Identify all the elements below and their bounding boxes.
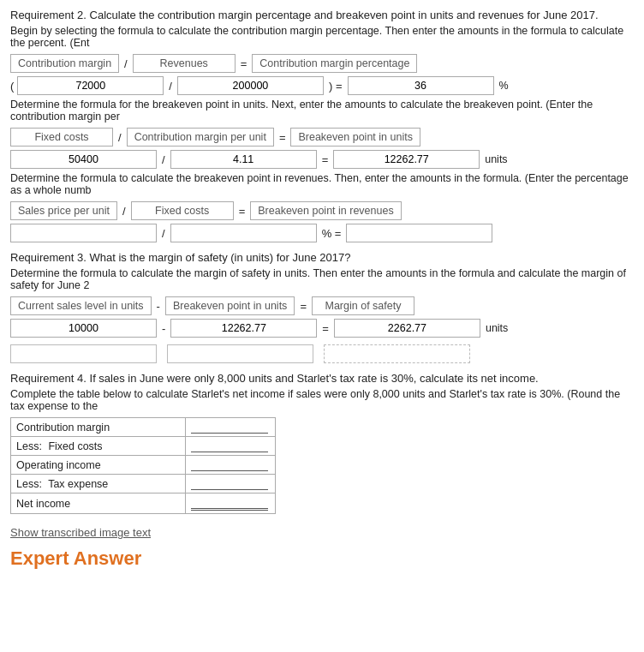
req3-blank3[interactable]	[324, 344, 470, 363]
req3-formula-values: - = units	[10, 319, 634, 338]
row0-value[interactable]	[191, 421, 268, 434]
formula3-result[interactable]	[346, 224, 492, 242]
formula3-op2: =	[237, 205, 247, 218]
row1-label: Less: Fixed costs	[11, 437, 186, 456]
formula1-val1[interactable]	[17, 76, 164, 95]
formula3-percent: % =	[320, 227, 343, 240]
paren-open: (	[10, 80, 14, 93]
table-row: Net income	[11, 493, 276, 514]
req3-blank2[interactable]	[167, 344, 313, 363]
formula2-val2[interactable]	[170, 150, 317, 169]
req2-title: Requirement 2. Calculate the contributio…	[10, 9, 634, 21]
formula2-header: Fixed costs / Contribution margin per un…	[10, 128, 634, 147]
formula1-eq1: ) =	[327, 80, 344, 93]
formula1-val2[interactable]	[177, 76, 324, 95]
req3-blank1[interactable]	[10, 344, 157, 363]
table-row: Less: Fixed costs	[11, 437, 276, 456]
row2-value[interactable]	[191, 458, 268, 471]
formula3-div: /	[160, 227, 167, 240]
formula1-div1: /	[167, 80, 174, 93]
table-row: Contribution margin	[11, 418, 276, 437]
row3-prefix: Less:	[16, 478, 42, 490]
row3-value[interactable]	[191, 477, 268, 490]
net-income-table: Contribution margin Less: Fixed costs Op…	[10, 417, 276, 514]
formula2-box2: Contribution margin per unit	[127, 128, 274, 147]
formula1-percent: %	[499, 80, 509, 92]
formula3-box2: Fixed costs	[131, 201, 234, 220]
formula2-op1: /	[116, 131, 123, 144]
req3-blank-row	[10, 344, 634, 363]
req3-val1[interactable]	[10, 319, 157, 338]
formula1-result[interactable]	[348, 76, 494, 95]
formula2-box3: Breakeven point in units	[290, 128, 420, 147]
formula2-values: / = units	[10, 150, 634, 169]
req3-box1: Current sales level in units	[10, 296, 152, 315]
table-row: Operating income	[11, 456, 276, 475]
formula3-op1: /	[121, 205, 128, 218]
row1-prefix: Less:	[16, 440, 42, 452]
formula2-units: units	[485, 153, 507, 165]
req3-desc: Determine the formula to calculate the m…	[10, 267, 634, 291]
row1-value[interactable]	[191, 440, 268, 452]
requirement-2: Requirement 2. Calculate the contributio…	[10, 9, 634, 242]
row2-label: Operating income	[11, 456, 186, 475]
req3-op1: -	[155, 300, 162, 313]
formula3-val2[interactable]	[170, 224, 317, 242]
formula3-header: Sales price per unit / Fixed costs = Bre…	[10, 201, 634, 220]
expert-answer-heading: Expert Answer	[10, 547, 634, 570]
req2-desc3: Determine the formula to calculate the b…	[10, 172, 634, 196]
table-row: Less: Tax expense	[11, 475, 276, 493]
req3-box2: Breakeven point in units	[165, 296, 295, 315]
req3-units: units	[486, 322, 508, 334]
formula3-values: / % =	[10, 224, 634, 242]
formula2-div: /	[160, 153, 167, 166]
req3-formula-header: Current sales level in units - Breakeven…	[10, 296, 634, 315]
req2-desc1: Begin by selecting the formula to calcul…	[10, 25, 634, 49]
req3-eq: =	[320, 322, 331, 335]
row4-input[interactable]	[185, 493, 275, 514]
row3-label: Less: Tax expense	[11, 475, 186, 493]
row1-item: Fixed costs	[48, 440, 102, 452]
formula1-box3: Contribution margin percentage	[252, 54, 417, 73]
row4-label: Net income	[11, 493, 186, 514]
row3-item: Tax expense	[48, 478, 108, 490]
row0-label: Contribution margin	[11, 418, 186, 437]
formula1-values: ( / ) = %	[10, 76, 634, 95]
formula3-box1: Sales price per unit	[10, 201, 117, 220]
row3-input[interactable]	[185, 475, 275, 493]
row1-input[interactable]	[185, 437, 275, 456]
req3-op2: =	[298, 300, 308, 313]
row2-input[interactable]	[185, 456, 275, 475]
row4-value[interactable]	[191, 496, 268, 511]
formula1-op2: =	[239, 57, 249, 70]
formula3-box3: Breakeven point in revenues	[250, 201, 401, 220]
formula3-val1[interactable]	[10, 224, 157, 242]
formula1-box1: Contribution margin	[10, 54, 119, 73]
requirement-4: Requirement 4. If sales in June were onl…	[10, 372, 634, 514]
formula2-eq: =	[320, 153, 331, 166]
req3-title: Requirement 3. What is the margin of saf…	[10, 251, 634, 264]
formula1-op1: /	[122, 57, 129, 70]
req4-desc: Complete the table below to calculate St…	[10, 388, 634, 412]
formula2-op2: =	[277, 131, 288, 144]
req3-minus: -	[160, 322, 167, 335]
formula2-result[interactable]	[333, 150, 480, 169]
row0-input[interactable]	[185, 418, 275, 437]
req2-desc2: Determine the formula for the breakeven …	[10, 99, 634, 123]
show-transcribed-link[interactable]: Show transcribed image text	[10, 526, 634, 539]
req3-result[interactable]	[334, 319, 480, 338]
formula1-box2: Revenues	[133, 54, 236, 73]
req3-box3: Margin of safety	[312, 296, 414, 315]
req3-val2[interactable]	[170, 319, 317, 338]
req4-title: Requirement 4. If sales in June were onl…	[10, 372, 634, 385]
formula1-header: Contribution margin / Revenues = Contrib…	[10, 54, 634, 73]
formula2-box1: Fixed costs	[10, 128, 113, 147]
requirement-3: Requirement 3. What is the margin of saf…	[10, 251, 634, 363]
formula2-val1[interactable]	[10, 150, 157, 169]
